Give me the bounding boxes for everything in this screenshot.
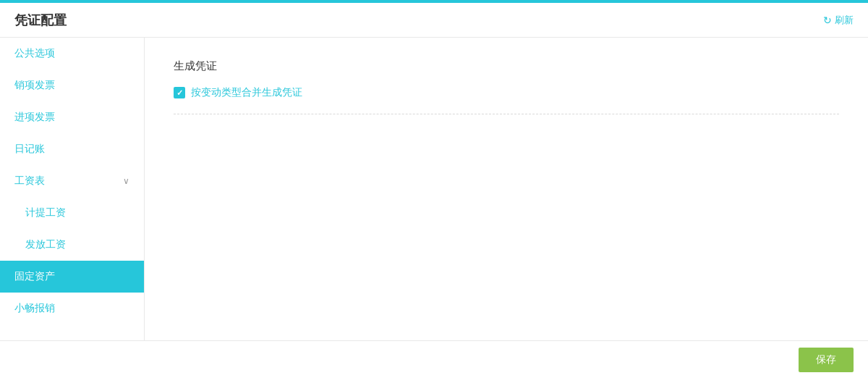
sidebar-item-label: 发放工资 — [25, 238, 66, 251]
checkbox-row: ✓ 按变动类型合并生成凭证 — [174, 86, 839, 99]
sidebar-item-sales-invoice[interactable]: 销项发票 — [0, 70, 144, 101]
footer: 保存 — [0, 340, 868, 378]
merge-voucher-checkbox[interactable]: ✓ — [174, 87, 185, 98]
chevron-down-icon: ∨ — [123, 176, 129, 186]
sidebar-item-calc-salary[interactable]: 计提工资 — [0, 197, 144, 229]
sidebar-item-label: 日记账 — [14, 143, 45, 156]
sidebar-item-label: 工资表 — [14, 175, 45, 188]
sidebar-item-purchase-invoice[interactable]: 进项发票 — [0, 101, 144, 133]
sidebar-item-label: 小畅报销 — [14, 302, 55, 315]
sidebar-item-label: 公共选项 — [14, 47, 55, 60]
save-button[interactable]: 保存 — [799, 348, 854, 372]
sidebar-item-payroll-table[interactable]: 工资表 ∨ — [0, 165, 144, 197]
check-mark-icon: ✓ — [176, 88, 183, 98]
section-title: 生成凭证 — [174, 59, 839, 73]
sidebar-item-expense-report[interactable]: 小畅报销 — [0, 293, 144, 324]
checkbox-label: 按变动类型合并生成凭证 — [191, 86, 302, 99]
sidebar: 公共选项 销项发票 进项发票 日记账 工资表 ∨ 计提工资 发放工资 固定资 — [0, 38, 145, 340]
main-content: 生成凭证 ✓ 按变动类型合并生成凭证 — [145, 38, 868, 340]
sidebar-item-label: 进项发票 — [14, 111, 55, 124]
refresh-button[interactable]: ↻ 刷新 — [823, 14, 854, 27]
sidebar-item-journal[interactable]: 日记账 — [0, 133, 144, 165]
sidebar-item-label: 固定资产 — [14, 270, 55, 283]
sidebar-item-pay-salary[interactable]: 发放工资 — [0, 229, 144, 261]
section-divider — [174, 114, 839, 114]
sidebar-item-fixed-assets[interactable]: 固定资产 — [0, 261, 144, 293]
refresh-label: 刷新 — [835, 14, 854, 27]
page-title: 凭证配置 — [14, 12, 67, 29]
page-wrapper: 凭证配置 ↻ 刷新 公共选项 销项发票 进项发票 日记账 工资表 ∨ — [0, 0, 868, 378]
sidebar-item-label: 销项发票 — [14, 79, 55, 92]
header: 凭证配置 ↻ 刷新 — [0, 3, 868, 38]
body: 公共选项 销项发票 进项发票 日记账 工资表 ∨ 计提工资 发放工资 固定资 — [0, 38, 868, 340]
sidebar-item-public-options[interactable]: 公共选项 — [0, 38, 144, 70]
sidebar-item-label: 计提工资 — [25, 206, 66, 219]
refresh-icon: ↻ — [823, 14, 832, 26]
